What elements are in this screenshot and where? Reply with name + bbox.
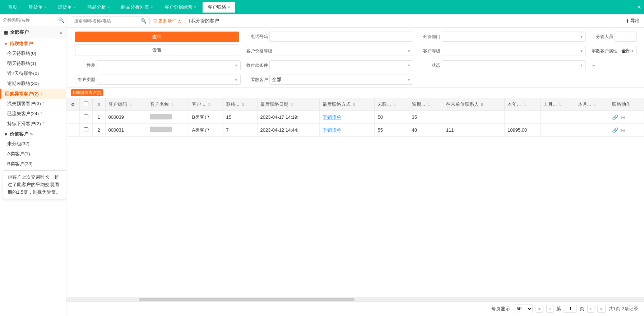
td-last-method-1[interactable]: 下销货单: [320, 111, 375, 124]
sidebar-item-ungrouped[interactable]: 未分组(32): [0, 139, 66, 149]
th-uncontacted[interactable]: 未联... ⇅: [375, 98, 409, 111]
payment-select[interactable]: ▼: [269, 60, 413, 70]
all-customers-header[interactable]: ▦ 全部客户 »: [0, 26, 66, 38]
first-page-button[interactable]: «: [536, 305, 544, 313]
sidebar-item-tomorrow[interactable]: 明天待联络(1): [0, 58, 66, 69]
horizontal-scrollbar[interactable]: [66, 297, 644, 301]
declining-help-icon[interactable]: ?: [42, 122, 45, 126]
sidebar-item-7days[interactable]: 近7天待联络(0): [0, 69, 66, 79]
th-last-method[interactable]: 最后联络方式 ⇅: [320, 98, 375, 111]
phone-input[interactable]: [269, 32, 413, 42]
price-grade-arrow: ▼: [407, 49, 411, 53]
td-code-1[interactable]: 000039: [105, 111, 147, 124]
anomaly-filter-badge[interactable]: 回购异常客户(2): [71, 89, 103, 96]
page-size-select[interactable]: 50 100 200: [513, 305, 533, 313]
th-last-month[interactable]: 上月... ⇅: [541, 98, 575, 111]
sidebar-item-churned[interactable]: 已流失客户(24) ?: [0, 109, 66, 119]
last-page-button[interactable]: »: [597, 305, 606, 313]
tab-customer-tier[interactable]: 客户分层经营 ×: [159, 2, 201, 13]
churn-warning-help-icon[interactable]: ?: [42, 102, 45, 106]
th-this-month[interactable]: 本月... ⇅: [575, 98, 609, 111]
th-last-date[interactable]: 最后联络日期 ⇅: [257, 98, 320, 111]
tab-home[interactable]: 首页: [3, 2, 22, 13]
grid-icon-2[interactable]: ⊞: [621, 127, 625, 133]
export-button[interactable]: ⬆ 导出: [625, 18, 640, 24]
row1-checkbox[interactable]: [84, 114, 88, 119]
prev-page-button[interactable]: ‹: [546, 305, 553, 313]
tab-sales[interactable]: 销货单 ×: [24, 2, 51, 13]
th-code[interactable]: 客户编码 ⇅: [105, 98, 147, 111]
tab-sales-close[interactable]: ×: [44, 5, 46, 9]
tab-purchase[interactable]: 进货单 ×: [53, 2, 80, 13]
price-grade-select[interactable]: ▼: [274, 46, 413, 56]
close-all-button[interactable]: ×: [637, 4, 641, 11]
churned-help-icon[interactable]: ?: [40, 112, 42, 116]
tab-customer-contact-close[interactable]: ×: [228, 5, 230, 9]
tab-product-analysis[interactable]: 商品分析 ×: [82, 2, 115, 13]
tab-product-list-close[interactable]: ×: [150, 5, 153, 9]
td-checkbox-1[interactable]: [79, 111, 92, 124]
anomaly-group-header[interactable]: 回购异常客户(2) ?: [0, 89, 66, 99]
link-icon-1[interactable]: 🔗: [612, 114, 618, 120]
sidebar-search-input[interactable]: [3, 18, 57, 23]
th-overdue[interactable]: 逾期... ⇅: [409, 98, 443, 111]
anomaly-help-icon[interactable]: ?: [40, 92, 43, 96]
sidebar-search-icon[interactable]: 🔍: [58, 17, 64, 23]
pending-contact-group[interactable]: ▼ 待联络客户: [0, 38, 66, 48]
th-gear[interactable]: ⚙: [66, 98, 79, 111]
status-select[interactable]: ▼: [442, 60, 586, 70]
sidebar-item-churn-warning[interactable]: 流失预警客户(3) ?: [0, 99, 66, 109]
more-conditions-button[interactable]: ···: [592, 63, 595, 68]
my-customers-checkbox[interactable]: [185, 19, 190, 23]
export-icon: ⬆: [625, 18, 629, 24]
td-checkbox-2[interactable]: [79, 124, 92, 137]
query-button[interactable]: 查询: [75, 32, 239, 42]
th-year-amount[interactable]: 本年... ⇅: [505, 98, 541, 111]
nature-select[interactable]: ▼: [97, 60, 241, 70]
search-input[interactable]: [74, 18, 139, 23]
scroll-thumb[interactable]: [139, 298, 355, 301]
dept-select[interactable]: ▼: [442, 32, 586, 42]
next-page-button[interactable]: ›: [587, 305, 594, 313]
tab-customer-tier-close[interactable]: ×: [194, 5, 196, 9]
tab-product-analysis-close[interactable]: ×: [107, 5, 110, 9]
value-group-header[interactable]: ▼ 价值客户 ✎: [0, 129, 66, 139]
td-last-date-1: 2023-04-17 14:19:: [257, 111, 320, 124]
th-contact-person[interactable]: 往来单位联系人 ⇅: [443, 98, 504, 111]
sidebar-item-today[interactable]: 今天待联络(0): [0, 48, 66, 58]
sidebar-item-overdue[interactable]: 逾期未联络(30): [0, 79, 66, 89]
th-type[interactable]: 客户... ⇅: [189, 98, 223, 111]
pending-contact-label: 待联络客户: [10, 41, 33, 47]
value-group-edit-icon[interactable]: ✎: [30, 132, 33, 137]
sidebar-item-declining[interactable]: 持续下滑客户(2) ?: [0, 119, 66, 129]
last-method-link-2[interactable]: 下销货单: [323, 127, 341, 133]
tab-purchase-close[interactable]: ×: [73, 5, 75, 9]
td-last-method-2[interactable]: 下销货单: [320, 124, 375, 137]
link-icon-2[interactable]: 🔗: [612, 127, 618, 133]
settings-button[interactable]: 设置: [75, 44, 239, 56]
th-contact-count[interactable]: 联络... ⇅: [223, 98, 257, 111]
customer-type-select[interactable]: ▼: [97, 75, 241, 85]
manager-select[interactable]: ···: [615, 32, 637, 42]
retail-attr-select[interactable]: 全部 ▼: [619, 46, 637, 56]
sidebar-item-classB[interactable]: B类客户(33): [0, 159, 66, 169]
sidebar: 🔍 ▦ 全部客户 » ▼ 待联络客户 今天待联络(0) 明天待联络(1) 近7天…: [0, 14, 66, 316]
sidebar-item-classA[interactable]: A类客户(1): [0, 149, 66, 159]
my-customers-checkbox-area[interactable]: 我分管的客户: [185, 18, 219, 24]
last-method-link-1[interactable]: 下销货单: [323, 114, 341, 120]
row2-checkbox[interactable]: [84, 127, 88, 132]
more-filters-button[interactable]: ▽ 更多条件 ∧: [153, 18, 181, 24]
th-name[interactable]: 客户名称 ⇅: [147, 98, 189, 111]
tab-product-list[interactable]: 商品分析列表 ×: [116, 2, 158, 13]
grid-icon-1[interactable]: ⊞: [621, 114, 625, 120]
td-code-2[interactable]: 000031: [105, 124, 147, 137]
sidebar-collapse-icon[interactable]: »: [60, 30, 62, 35]
select-all-checkbox[interactable]: [84, 102, 88, 106]
customer-grade-select[interactable]: ▼: [442, 46, 586, 56]
td-contact-person-1: [443, 111, 504, 124]
th-checkbox[interactable]: [79, 98, 92, 111]
page-number-input[interactable]: [564, 305, 577, 313]
retail-customer-select[interactable]: 全部 ▼: [269, 75, 413, 85]
tab-customer-contact[interactable]: 客户联络 ×: [203, 2, 235, 13]
search-icon[interactable]: 🔍: [140, 18, 147, 24]
